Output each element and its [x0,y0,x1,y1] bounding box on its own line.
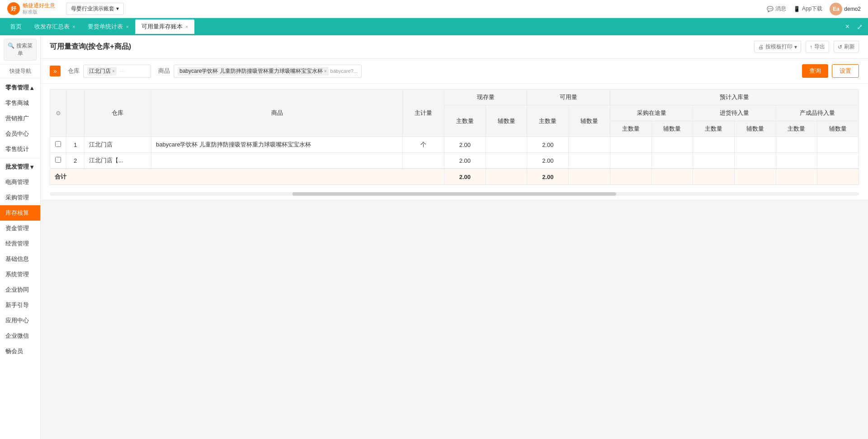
sidebar-item-label: 畅会员 [5,347,23,355]
th-main-unit: 主计量 [403,90,444,137]
refresh-label: 刷新 [844,43,855,51]
filter-toggle-button[interactable]: » [50,66,61,76]
sidebar-item-system[interactable]: 系统管理 [0,267,40,282]
avatar: Ea [830,3,842,15]
product-filter-input[interactable]: babycare学饮杯 儿童防摔防撞吸管杯重力球吸嘴杯宝宝水杯 × babyca… [174,65,362,78]
logo: 好 畅捷通好生意 标准版 [7,2,55,15]
warehouse-filter-label: 仓库 [68,67,80,75]
sidebar-item-label: 企业协同 [5,286,29,294]
sidebar-item-label: 营销推广 [5,114,29,123]
settings-icon[interactable]: ⚙ [56,110,61,117]
search-menu-button[interactable]: 🔍 搜索菜单 [4,39,37,61]
sidebar-item-vip[interactable]: 畅会员 [0,344,40,359]
print-button[interactable]: 🖨 按模板打印 ▾ [754,41,801,53]
th-warehouse: 仓库 [85,90,151,137]
phone-icon: 📱 [793,6,800,12]
th-product: 商品 [151,90,402,137]
warehouse-tag-value: 江北门店 [89,67,111,75]
industry-selector[interactable]: 母婴行业演示账套 ▾ [66,3,124,15]
tab-close-all-button[interactable]: × [844,23,851,31]
chevron-down-icon: ▾ [116,5,119,12]
sidebar-item-enterprise-wechat[interactable]: 企业微信 [0,328,40,344]
tab-receipts[interactable]: 收发存汇总表 × [28,19,81,34]
sidebar-item-inventory-mgmt[interactable]: 库存核算 [0,205,40,221]
footer-fin-aux [817,169,859,185]
sidebar-item-basic-info[interactable]: 基础信息 [0,251,40,267]
app-download-button[interactable]: 📱 App下载 [793,5,822,13]
footer-label: 合计 [50,169,444,185]
cell-inc-aux [734,153,776,169]
user-name: demo2 [844,6,861,12]
sidebar-item-label: 资金管理 [5,224,29,232]
th-avail-aux: 辅数量 [569,105,610,137]
sidebar-item-ecommerce[interactable]: 电商管理 [0,175,40,190]
cell-product [151,153,402,169]
user-profile[interactable]: Ea demo2 [830,3,861,15]
message-label: 消息 [775,5,786,13]
scroll-bar[interactable] [50,192,859,196]
th-proc-aux: 辅数量 [651,121,693,137]
tab-inventory[interactable]: 可用量库存账本 × [135,19,194,34]
sidebar-item-operations[interactable]: 经营管理 [0,236,40,251]
cell-checkbox[interactable] [50,137,66,153]
tab-home[interactable]: 首页 [4,19,28,34]
query-button[interactable]: 查询 [802,64,828,78]
message-button[interactable]: 💬 消息 [767,5,786,13]
cell-stock-aux [486,153,527,169]
search-icon: 🔍 [8,42,14,49]
sidebar-item-retail-stats[interactable]: 零售统计 [0,142,40,157]
logo-sub: 标准版 [23,9,55,15]
refresh-button[interactable]: ↺ 刷新 [834,41,859,53]
sidebar-item-label: 经营管理 [5,240,29,248]
page-title: 可用量查询(按仓库+商品) [50,42,131,52]
cell-warehouse: 江北门店 [85,137,151,153]
tab-receipts-close[interactable]: × [72,24,75,29]
tab-expand-button[interactable]: ⤢ [855,23,864,31]
tab-inventory-close[interactable]: × [185,24,188,29]
footer-avail-aux [569,169,610,185]
cell-inc-aux [734,137,776,153]
sidebar-item-finance[interactable]: 资金管理 [0,221,40,236]
top-bar: 好 畅捷通好生意 标准版 母婴行业演示账套 ▾ 💬 消息 📱 App下载 Ea … [0,0,868,18]
th-incoming: 进货待入量 [693,105,776,121]
top-bar-left: 好 畅捷通好生意 标准版 母婴行业演示账套 ▾ [7,2,124,15]
sidebar-item-wholesale-mgmt[interactable]: 批发管理 ▼ [0,159,40,175]
th-settings: ⚙ [50,90,66,137]
th-avail-main: 主数量 [527,105,569,137]
th-fin-aux: 辅数量 [817,121,859,137]
cell-avail-aux [569,153,610,169]
product-tag-value-1: babycare学饮杯 儿童防摔防撞吸管杯重力球吸嘴杯宝宝水杯 [179,67,323,75]
cell-fin-main [776,153,817,169]
cell-stock-main: 2.00 [444,137,486,153]
sidebar: 🔍 搜索菜单 快捷导航 零售管理 ▲ 零售商城 营销推广 会员中心 零售统计 [0,35,41,439]
table-container: ⚙ 仓库 商品 主计量 现存量 可用量 预计入库量 主数量 辅数 [41,84,868,190]
sidebar-nav-label[interactable]: 快捷导航 [0,65,40,78]
sidebar-item-onboarding[interactable]: 新手引导 [0,297,40,313]
sidebar-menu: 零售管理 ▲ 零售商城 营销推广 会员中心 零售统计 批发管理 ▼ 电商管理 [0,78,40,361]
th-stock-aux: 辅数量 [486,105,527,137]
print-label: 按模板打印 [765,43,793,51]
tab-orders[interactable]: 要货单统计表 × [81,19,135,34]
cell-proc-main [610,153,651,169]
sidebar-item-retail-mgmt[interactable]: 零售管理 ▲ [0,80,40,95]
sidebar-item-membership[interactable]: 会员中心 [0,126,40,142]
sidebar-item-enterprise[interactable]: 企业协同 [0,282,40,297]
settings-button[interactable]: 设置 [832,64,859,78]
export-button[interactable]: ↑ 导出 [806,41,829,53]
warehouse-filter-input[interactable]: 江北门店 × ··· [83,65,151,78]
tab-orders-close[interactable]: × [126,24,128,29]
cell-checkbox[interactable] [50,153,66,169]
sidebar-item-app-center[interactable]: 应用中心 [0,313,40,328]
cell-inc-main [693,137,735,153]
sidebar-item-label: 电商管理 [5,178,29,186]
th-proc-main: 主数量 [610,121,651,137]
sidebar-item-retail-store[interactable]: 零售商城 [0,95,40,111]
warehouse-tag-close[interactable]: × [112,69,115,74]
top-bar-right: 💬 消息 📱 App下载 Ea demo2 [767,3,861,15]
th-stock-main: 主数量 [444,105,486,137]
scroll-thumb[interactable] [292,192,616,196]
product-tag-close-1[interactable]: × [324,69,327,74]
sidebar-item-purchase-mgmt[interactable]: 采购管理 [0,190,40,205]
sidebar-item-marketing[interactable]: 营销推广 [0,111,40,126]
cell-main-unit: 个 [403,137,444,153]
